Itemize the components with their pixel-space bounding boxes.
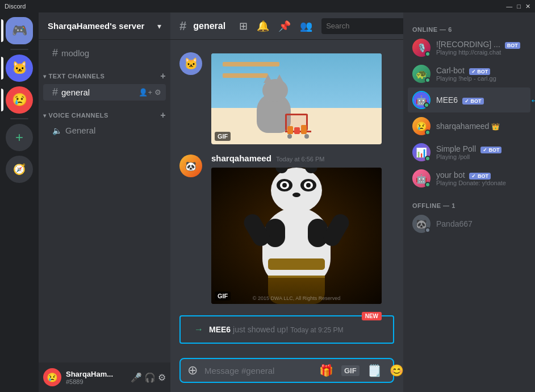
status-dot-carlbot bbox=[425, 77, 430, 83]
add-channel-icon[interactable]: + bbox=[160, 71, 166, 81]
server-icon-avatar: 🎮 bbox=[12, 23, 27, 38]
add-member-icon[interactable]: 👤+ bbox=[139, 88, 152, 97]
user-avatar: 😢 bbox=[43, 368, 61, 386]
bot-badge-mee6: ✓ BOT bbox=[462, 98, 484, 105]
user-controls: 🎤 🎧 ⚙ bbox=[131, 372, 166, 383]
message-input[interactable] bbox=[204, 366, 312, 376]
maximize-button[interactable]: □ bbox=[517, 3, 521, 10]
member-name-recording: ![RECORDING] ... BOT bbox=[436, 40, 526, 49]
server-icon-cat[interactable]: 🐱 bbox=[6, 55, 33, 82]
explore-button[interactable]: 🧭 bbox=[6, 156, 33, 183]
chat-header: # general ⊞ 🔔 📌 👥 🔍 📥 ❓ bbox=[170, 12, 403, 40]
member-avatar-mee6: 🤖 bbox=[412, 91, 430, 109]
user-info: SharqaHam... #5889 bbox=[66, 370, 126, 385]
member-avatar-recording: 🎙️ bbox=[412, 39, 430, 57]
search-box[interactable]: 🔍 bbox=[321, 18, 403, 34]
search-input[interactable] bbox=[326, 22, 403, 30]
user-discriminator: #5889 bbox=[66, 378, 126, 385]
channel-item-voice-general[interactable]: 🔈 General bbox=[43, 123, 166, 137]
system-author: MEE6 bbox=[209, 325, 231, 334]
user-area: 😢 SharqaHam... #5889 🎤 🎧 ⚙ bbox=[39, 362, 170, 392]
titlebar-controls: — □ ✕ bbox=[506, 3, 530, 10]
member-item-recording[interactable]: 🎙️ ![RECORDING] ... BOT Playing http://c… bbox=[408, 35, 530, 60]
channel-name: modlog bbox=[61, 48, 89, 58]
titlebar: Discord — □ ✕ bbox=[0, 0, 535, 12]
member-status-yourbot: Playing Donate: y!donate bbox=[436, 180, 526, 186]
crown-icon: 👑 bbox=[491, 123, 500, 131]
server-emoji: 😢 bbox=[12, 93, 27, 107]
add-voice-channel-icon[interactable]: + bbox=[160, 110, 166, 120]
channel-list: # modlog ▾ TEXT CHANNELS + # general 👤+ … bbox=[39, 40, 170, 362]
status-dot-mee6 bbox=[424, 102, 429, 108]
status-dot-sharqa bbox=[425, 130, 430, 135]
gear-icon[interactable]: ⚙ bbox=[154, 88, 161, 97]
system-event-text: just showed up! bbox=[231, 325, 288, 334]
channel-item-modlog[interactable]: # modlog bbox=[43, 45, 166, 61]
category-text-channels[interactable]: ▾ TEXT CHANNELS + bbox=[39, 62, 170, 84]
microphone-icon[interactable]: 🎤 bbox=[131, 372, 142, 383]
pin-icon[interactable]: 📌 bbox=[278, 20, 291, 32]
hashtag-icon[interactable]: ⊞ bbox=[239, 20, 248, 32]
member-name-mee6: MEE6 ✓ BOT bbox=[436, 95, 526, 105]
member-item-mee6[interactable]: 🤖 MEE6 ✓ BOT ← bbox=[408, 87, 530, 112]
system-message-text: MEE6 just showed up! Today at 9:25 PM bbox=[209, 325, 344, 334]
member-item-sharqa[interactable]: 😢 sharqahameed 👑 bbox=[408, 114, 530, 139]
hash-icon: # bbox=[52, 47, 58, 59]
message-avatar-cat: 🐱 bbox=[179, 52, 202, 75]
member-avatar-simplepoll: 📊 bbox=[412, 143, 430, 161]
member-avatar-carlbot: 🐢 bbox=[412, 65, 430, 83]
member-name-simplepoll: Simple Poll ✓ BOT bbox=[436, 144, 526, 153]
member-name-carlbot: Carl-bot ✓ BOT bbox=[436, 66, 526, 75]
gift-icon[interactable]: 🎁 bbox=[319, 364, 333, 377]
attach-icon[interactable]: ⊕ bbox=[187, 363, 198, 378]
status-dot-recording bbox=[425, 51, 430, 57]
header-icons: ⊞ 🔔 📌 👥 🔍 📥 ❓ bbox=[239, 18, 403, 34]
add-server-button[interactable]: + bbox=[6, 124, 33, 151]
speaker-icon: 🔈 bbox=[52, 126, 62, 135]
server-header[interactable]: SharqaHameed's server ▾ bbox=[39, 12, 170, 40]
category-label: TEXT CHANNELS bbox=[49, 73, 105, 80]
member-category-online: ONLINE — 6 bbox=[408, 22, 530, 35]
message-header-panda: sharqahameed Today at 6:56 PM bbox=[211, 153, 394, 163]
channel-sidebar: SharqaHameed's server ▾ # modlog ▾ TEXT … bbox=[39, 12, 170, 392]
user-avatar-emoji: 😢 bbox=[47, 372, 58, 383]
message-group-cat: 🐱 bbox=[170, 49, 403, 149]
member-status-simplepoll: Playing /poll bbox=[436, 153, 526, 160]
sticker-icon[interactable]: 🗒️ bbox=[367, 364, 382, 377]
server-list: 🎮 🐱 😢 + 🧭 bbox=[0, 12, 39, 392]
gif-badge-panda: GIF bbox=[215, 291, 231, 301]
members-icon[interactable]: 👥 bbox=[300, 20, 312, 32]
compass-icon: 🧭 bbox=[13, 163, 26, 176]
plus-icon: + bbox=[15, 130, 23, 145]
bell-icon[interactable]: 🔔 bbox=[257, 20, 269, 32]
message-timestamp-panda: Today at 6:56 PM bbox=[276, 156, 325, 162]
member-item-yourbot[interactable]: 🤖 your bot ✓ BOT Playing Donate: y!donat… bbox=[408, 166, 530, 191]
category-voice-channels[interactable]: ▾ VOICE CHANNELS + bbox=[39, 101, 170, 123]
gif-badge-cat: GIF bbox=[215, 132, 231, 141]
member-name-yourbot: your bot ✓ BOT bbox=[436, 170, 526, 180]
settings-icon[interactable]: ⚙ bbox=[158, 372, 166, 383]
user-name: SharqaHam... bbox=[66, 370, 126, 378]
headphones-icon[interactable]: 🎧 bbox=[144, 372, 156, 383]
status-dot-panda667 bbox=[425, 227, 430, 233]
member-item-simplepoll[interactable]: 📊 Simple Poll ✓ BOT Playing /poll bbox=[408, 140, 530, 165]
channel-item-general[interactable]: # general 👤+ ⚙ bbox=[43, 84, 166, 101]
gif-icon[interactable]: GIF bbox=[341, 365, 360, 376]
status-dot-simplepoll bbox=[425, 156, 430, 161]
server-icon-emoji[interactable]: 😢 bbox=[6, 86, 33, 114]
minimize-button[interactable]: — bbox=[506, 3, 512, 10]
server-icon-emoji: 🐱 bbox=[12, 61, 27, 76]
bot-badge-carlbot: ✓ BOT bbox=[469, 68, 491, 75]
messages-container: 🐱 bbox=[170, 40, 403, 358]
emoji-icon[interactable]: 😊 bbox=[390, 364, 403, 377]
cat-gif-container: GIF bbox=[211, 53, 382, 144]
member-info-yourbot: your bot ✓ BOT Playing Donate: y!donate bbox=[436, 170, 526, 186]
member-item-carlbot[interactable]: 🐢 Carl-bot ✓ BOT Playing !help - carl.gg bbox=[408, 61, 530, 86]
member-item-panda667[interactable]: 🐼 Panda667 bbox=[408, 211, 530, 236]
message-avatar-panda: 🐼 bbox=[179, 155, 202, 177]
message-input-area: ⊕ 🎁 GIF 🗒️ 😊 bbox=[170, 358, 403, 392]
chat-area: # general ⊞ 🔔 📌 👥 🔍 📥 ❓ 🐱 bbox=[170, 12, 403, 392]
bot-badge-recording: BOT bbox=[505, 42, 520, 49]
server-icon-main[interactable]: 🎮 bbox=[6, 17, 33, 44]
close-button[interactable]: ✕ bbox=[525, 3, 530, 10]
